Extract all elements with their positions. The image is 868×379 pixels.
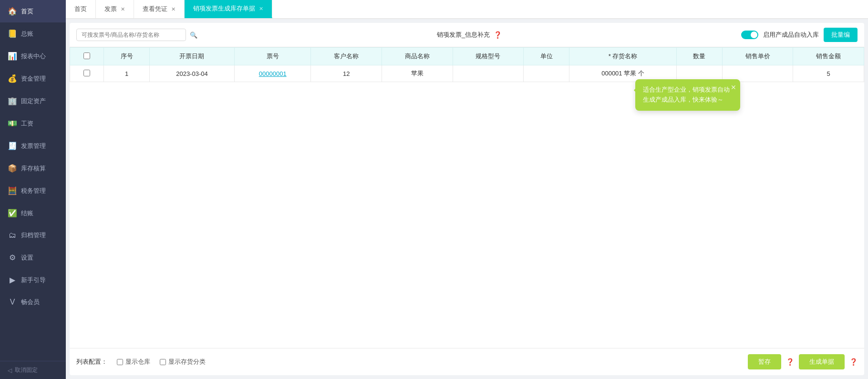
close-view-voucher-tab[interactable]: ✕ [171,6,176,12]
auto-inbound-toggle[interactable] [741,31,758,39]
show-inventory-category-label: 显示存货分类 [168,358,206,366]
th-product: 商品名称 [382,48,453,65]
sidebar-item-ledger[interactable]: 📒 总账 [0,22,66,45]
th-inventory: * 存货名称 [569,48,676,65]
td-seq: 1 [104,65,150,82]
help-icon[interactable]: ❓ [494,31,502,39]
tab-generate-inventory[interactable]: 销项发票生成库存单据 ✕ [185,0,272,18]
sidebar-item-closing[interactable]: ✅ 结账 [0,202,66,224]
toolbar: 🔍 销项发票_信息补充 ❓ 启用产成品自动入库 批量编 [70,23,864,47]
sidebar-item-guide[interactable]: ▶ 新手引导 [0,269,66,291]
toolbar-center: 销项发票_信息补充 ❓ [437,31,502,39]
vip-icon: V [8,298,17,306]
tooltip-text: 适合生产型企业，销项发票自动生成产成品入库，快来体验～ [643,86,730,103]
sidebar-item-invoice-management[interactable]: 🧾 发票管理 [0,135,66,157]
page-container: 🔍 销项发票_信息补充 ❓ 启用产成品自动入库 批量编 [70,23,864,375]
tab-generate-inventory-label: 销项发票生成库存单据 [193,4,255,13]
td-ticket-no[interactable]: 00000001 [235,65,311,82]
sidebar-item-label: 税务管理 [21,187,46,195]
list-config-label: 列表配置： [76,358,107,366]
sidebar: 🏠 首页 📒 总账 📊 报表中心 💰 资金管理 🏢 固定资产 💵 工资 🧾 发票… [0,0,66,379]
tab-invoice[interactable]: 发票 ✕ [96,0,134,18]
show-inventory-category-input[interactable] [160,359,166,365]
close-invoice-tab[interactable]: ✕ [121,6,125,12]
show-warehouse-input[interactable] [117,359,123,365]
th-customer: 客户名称 [311,48,382,65]
table-row: 1 2023-03-04 00000001 12 苹果 000001 苹果 个 … [70,65,864,82]
batch-edit-button[interactable]: 批量编 [824,28,858,42]
assets-icon: 🏢 [8,96,17,105]
unpin-button[interactable]: ◁ 取消固定 [0,361,66,379]
settings-icon: ⚙ [8,253,17,262]
inventory-icon: 📦 [8,164,17,173]
table-wrapper: 序号 开票日期 票号 客户名称 商品名称 规格型号 单位 * 存货名称 数量 销… [70,47,864,348]
tab-home-label: 首页 [74,5,87,13]
td-customer: 12 [311,65,382,82]
sidebar-item-payroll[interactable]: 💵 工资 [0,112,66,135]
generate-button[interactable]: 生成单据 [799,354,845,369]
sidebar-item-vip[interactable]: V 畅会员 [0,291,66,313]
sidebar-item-settings[interactable]: ⚙ 设置 [0,246,66,269]
closing-icon: ✅ [8,209,17,218]
tab-view-voucher-label: 查看凭证 [143,5,167,13]
center-label: 销项发票_信息补充 [437,31,490,39]
sidebar-item-label: 新手引导 [21,276,46,284]
guide-icon: ▶ [8,275,17,284]
home-icon: 🏠 [8,7,17,16]
td-amount: 5 [793,65,864,82]
sidebar-item-label: 总账 [21,30,33,38]
archive-icon: 🗂 [8,231,17,240]
close-generate-inventory-tab[interactable]: ✕ [259,6,263,12]
toolbar-left: 🔍 [76,29,197,41]
th-checkbox [70,48,104,65]
tab-invoice-label: 发票 [104,5,117,13]
save-button[interactable]: 暂存 [748,354,781,369]
sidebar-item-archive[interactable]: 🗂 归档管理 [0,224,66,246]
show-warehouse-checkbox[interactable]: 显示仓库 [117,358,150,366]
sidebar-item-label: 首页 [21,7,33,16]
unpin-label: 取消固定 [15,366,38,374]
tab-view-voucher[interactable]: 查看凭证 ✕ [134,0,185,18]
sidebar-item-label: 结账 [21,209,33,218]
sidebar-item-label: 归档管理 [21,231,46,240]
sidebar-item-fund-management[interactable]: 💰 资金管理 [0,67,66,90]
search-input[interactable] [76,29,186,41]
unpin-icon: ◁ [8,367,12,374]
select-all-checkbox[interactable] [83,53,90,59]
sidebar-item-inventory[interactable]: 📦 库存核算 [0,157,66,179]
ledger-icon: 📒 [8,29,17,38]
bottom-bar: 列表配置： 显示仓库 显示存货分类 暂存 ❓ 生成单据 ❓ [70,348,864,375]
tooltip-bubble: ✕ 适合生产型企业，销项发票自动生成产成品入库，快来体验～ [635,79,740,111]
th-date: 开票日期 [149,48,234,65]
sidebar-item-label: 报表中心 [21,52,46,61]
search-icon[interactable]: 🔍 [190,32,197,39]
sidebar-item-label: 畅会员 [21,298,40,306]
sidebar-item-label: 固定资产 [21,97,46,105]
invoice-icon: 🧾 [8,141,17,150]
sidebar-item-label: 发票管理 [21,142,46,150]
th-unit-price: 销售单价 [722,48,793,65]
show-warehouse-label: 显示仓库 [125,358,150,366]
td-spec [453,65,524,82]
sidebar-item-report-center[interactable]: 📊 报表中心 [0,45,66,67]
th-ticket-no: 票号 [235,48,311,65]
tooltip-close-button[interactable]: ✕ [731,82,736,93]
save-help-icon[interactable]: ❓ [786,358,794,366]
sidebar-item-home[interactable]: 🏠 首页 [0,0,66,22]
td-unit [524,65,569,82]
row-checkbox[interactable] [83,70,90,76]
gen-help-icon[interactable]: ❓ [849,358,858,366]
th-spec: 规格型号 [453,48,524,65]
sidebar-item-fixed-assets[interactable]: 🏢 固定资产 [0,90,66,112]
bottom-actions: 暂存 ❓ 生成单据 ❓ [748,354,858,369]
tab-home[interactable]: 首页 [66,0,96,18]
show-inventory-category-checkbox[interactable]: 显示存货分类 [160,358,206,366]
sidebar-item-label: 库存核算 [21,164,46,173]
sidebar-item-tax-management[interactable]: 🧮 税务管理 [0,179,66,202]
sidebar-item-label: 设置 [21,253,33,262]
data-table: 序号 开票日期 票号 客户名称 商品名称 规格型号 单位 * 存货名称 数量 销… [70,47,864,82]
td-date: 2023-03-04 [149,65,234,82]
th-unit: 单位 [524,48,569,65]
sidebar-item-label: 工资 [21,119,33,128]
table-header-row: 序号 开票日期 票号 客户名称 商品名称 规格型号 单位 * 存货名称 数量 销… [70,48,864,65]
